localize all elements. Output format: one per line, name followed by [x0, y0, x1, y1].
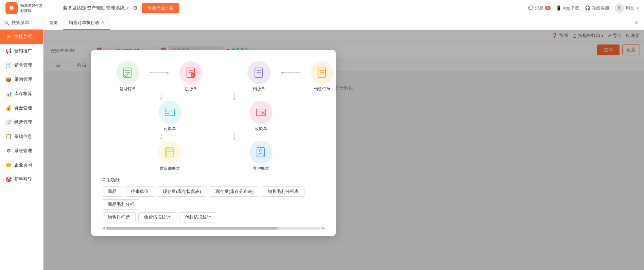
func-buttons-row1: 商品 往来单位 现存量(库存状况表) 现存量(库存分布表) 销售毛利分析表 商品… — [102, 186, 325, 210]
func-btn-product[interactable]: 商品 — [102, 186, 122, 197]
sales-order-icon — [311, 61, 334, 84]
tab-close-all-button[interactable]: ✕ — [631, 18, 641, 28]
sidebar-item-basic[interactable]: 📋 基础信息 — [0, 129, 43, 144]
func-btn-receipt-stats[interactable]: 收款情况统计 — [138, 212, 176, 222]
service-icon: 🎧 — [585, 5, 590, 11]
message-button[interactable]: 💬 消息 6 — [528, 5, 551, 11]
user-menu-button[interactable]: 用 用友 ▾ — [615, 3, 639, 13]
logo-text: 畅康通好生意 标准版 — [20, 3, 43, 13]
sales-order-label: 销售订单 — [314, 86, 330, 92]
sidebar-item-finance[interactable]: 💰 资金管理 — [0, 101, 43, 115]
flow-modal: 进货订单 ▶ — [91, 50, 336, 236]
sales-icon: 🛒 — [5, 62, 12, 68]
avatar: 用 — [615, 3, 624, 13]
flow-node-sales-order: 销售订单 — [302, 61, 336, 92]
sidebar-item-operation[interactable]: 📈 经营管理 — [0, 115, 43, 129]
modal-overlay: 进货订单 ▶ — [43, 30, 644, 270]
app-download-button[interactable]: 📱 App下载 — [556, 5, 579, 11]
func-btn-sales-margin[interactable]: 销售毛利分析表 — [262, 186, 304, 197]
svg-text:¥: ¥ — [262, 113, 264, 115]
purchase-bill-icon: ✓ — [179, 61, 203, 84]
message-badge: 6 — [545, 6, 551, 10]
search-icon: 🔍 — [4, 20, 10, 25]
scroll-track — [106, 227, 321, 230]
supplier-ledger-icon — [158, 141, 181, 164]
sidebar-item-guide[interactable]: 🎯 新手引导 — [0, 172, 43, 186]
enterprise-icon: 🤝 — [5, 162, 12, 168]
system-icon: ⚙ — [5, 148, 12, 154]
message-icon: 💬 — [528, 5, 534, 11]
supplier-ledger-label: 供应商账本 — [160, 166, 180, 172]
purchase-order-icon — [116, 61, 139, 84]
func-btn-stock-status[interactable]: 现存量(库存状况表) — [157, 186, 207, 197]
sidebar-item-inventory[interactable]: 📊 库存核算 — [0, 87, 43, 101]
online-service-button[interactable]: 🎧 在线客服 — [585, 5, 609, 11]
purchase-icon: 📦 — [5, 76, 12, 83]
flow-node-receipt: ¥ 收款单 — [241, 101, 281, 132]
svg-rect-21 — [256, 109, 266, 116]
system-title: 装备及固定资产辅助管理系统 ▾ — [63, 5, 129, 11]
sidebar-item-system[interactable]: ⚙ 系统管理 — [0, 144, 43, 158]
common-functions-section: 常用功能 商品 往来单位 现存量(库存状况表) 现存量(库存分布表) 销售毛利分… — [102, 177, 325, 222]
customer-ledger-icon — [249, 141, 273, 164]
quick-icon: ⚡ — [5, 34, 12, 40]
func-btn-product-margin[interactable]: 商品毛利分析 — [102, 199, 140, 210]
scroll-left-button[interactable]: ◀ — [102, 226, 105, 230]
purchase-bill-label: 进货单 — [185, 86, 197, 92]
trial-button[interactable]: 体验行业方案 — [142, 3, 179, 13]
receipt-label: 收款单 — [255, 126, 267, 132]
svg-rect-29 — [165, 148, 167, 156]
flow-node-purchase-bill: ✓ 进货单 — [171, 61, 211, 92]
sidebar-item-sales[interactable]: 🛒 销售管理 — [0, 58, 43, 72]
customer-ledger-label: 客户账本 — [253, 166, 269, 172]
tab-home[interactable]: 首页 — [43, 16, 63, 30]
sidebar-item-quick[interactable]: ⚡ 快捷导航 — [0, 30, 43, 44]
sales-bill-icon — [247, 61, 271, 84]
svg-point-31 — [259, 149, 262, 152]
modal-scrollbar-area: ◀ ▶ — [102, 226, 325, 230]
flow-node-customer-ledger: 客户账本 — [241, 141, 281, 172]
user-dropdown-icon: ▾ — [637, 6, 639, 11]
sales-bill-label: 销货单 — [253, 86, 265, 92]
logo-area: 畅 畅康通好生意 标准版 — [5, 2, 49, 14]
inventory-icon: 📊 — [5, 91, 12, 97]
flow-node-purchase-order: 进货订单 — [107, 61, 148, 92]
tab-close-icon[interactable]: ✕ — [102, 20, 105, 25]
flow-node-supplier-ledger: 供应商账本 — [150, 141, 190, 172]
marketing-icon: 📢 — [5, 48, 12, 54]
logo-icon: 畅 — [5, 2, 18, 14]
guide-icon: 🎯 — [5, 176, 12, 182]
payment-icon — [158, 101, 181, 124]
svg-rect-18 — [165, 109, 175, 116]
func-btn-counterpart[interactable]: 往来单位 — [125, 186, 154, 197]
tab-sales-order[interactable]: 销售订单执行表 ✕ — [63, 16, 110, 30]
func-btn-stock-dist[interactable]: 现存量(库存分布表) — [210, 186, 260, 197]
tab-bar: 首页 销售订单执行表 ✕ ✕ — [43, 16, 644, 30]
search-menu-item[interactable]: 🔍 搜索菜单 — [0, 16, 43, 30]
finance-icon: 💰 — [5, 105, 12, 111]
func-btn-sales-rank[interactable]: 销售排行榜 — [102, 212, 136, 222]
sidebar-item-purchase[interactable]: 📦 采购管理 — [0, 72, 43, 87]
common-funcs-title: 常用功能 — [102, 177, 325, 183]
svg-text:✓: ✓ — [192, 74, 194, 77]
svg-rect-10 — [255, 68, 262, 77]
scroll-thumb[interactable] — [106, 227, 278, 230]
payment-label: 付款单 — [164, 126, 176, 132]
app-icon: 📱 — [556, 5, 561, 11]
svg-rect-25 — [166, 147, 173, 157]
settings-button[interactable]: ⚙ — [133, 5, 138, 11]
scroll-right-button[interactable]: ▶ — [322, 226, 325, 230]
receipt-icon: ¥ — [249, 101, 273, 124]
basic-icon: 📋 — [5, 133, 12, 140]
dropdown-arrow-icon: ▾ — [127, 6, 129, 11]
flow-node-sales-bill: 销货单 — [239, 61, 279, 92]
flow-node-payment: 付款单 — [150, 101, 190, 132]
operation-icon: 📈 — [5, 119, 12, 125]
sidebar-item-marketing[interactable]: 📢 营销推广 — [0, 44, 43, 58]
svg-rect-14 — [318, 68, 326, 77]
func-btn-payment-stats[interactable]: 付款情况统计 — [179, 212, 217, 222]
purchase-order-label: 进货订单 — [120, 86, 136, 92]
sidebar-item-enterprise[interactable]: 🤝 企业协同 — [0, 158, 43, 172]
func-buttons-row2: 销售排行榜 收款情况统计 付款情况统计 — [102, 212, 325, 222]
svg-rect-20 — [167, 113, 169, 114]
